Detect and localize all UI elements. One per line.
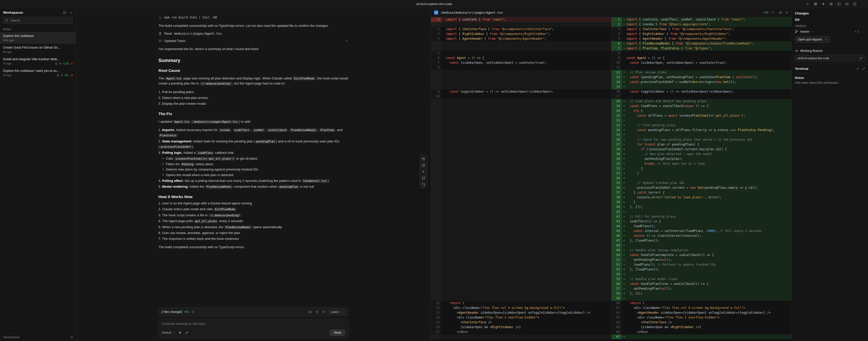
list-item: 1. Poll for pending plans: [158, 89, 348, 95]
workspace-item[interactable]: Explore the codebase35m ago: [0, 32, 76, 44]
stats-bar-icons: Latest: [308, 309, 345, 314]
search-input[interactable]: Search...: [3, 17, 73, 24]
panel-bottom-icon[interactable]: [845, 2, 849, 6]
diff-line: 47+ }, [loadPlans]);: [611, 238, 792, 243]
workspace-title: Install and integrate Vibe Kanban Web...: [3, 57, 73, 61]
command-run-row[interactable]: npm run build 2>&1 | tail -80: [158, 16, 348, 19]
message-input[interactable]: Continue working on this task... Default…: [158, 319, 348, 338]
diff-line: 39+ }: [611, 200, 792, 205]
diff-line: 33+ }: [611, 171, 792, 176]
more-options-icon[interactable]: [861, 30, 865, 33]
refresh-icon[interactable]: [322, 310, 325, 314]
list-item: 7. The response is written back and the …: [158, 236, 348, 241]
workspace-item[interactable]: Create Good First Issues on Github So...…: [0, 44, 76, 55]
play-icon[interactable]: [421, 169, 426, 174]
inline-code: pendingPlan: [255, 140, 276, 144]
list-item: 3. Display the plan review modal: [158, 101, 348, 106]
camera-icon[interactable]: [829, 2, 833, 6]
split-view-icon[interactable]: [421, 163, 426, 168]
chevron-down-icon: [340, 311, 343, 313]
panel-left-icon[interactable]: [837, 2, 841, 6]
mode-dropdown[interactable]: Default: [162, 331, 175, 334]
open-pull-request-button[interactable]: Open pull request: [795, 36, 830, 43]
diff-line: 11: [611, 65, 792, 70]
attachment-icon[interactable]: [178, 331, 182, 334]
workspace-title: Create Good First Issues on Github So...: [3, 46, 73, 49]
git-compare-icon[interactable]: [421, 182, 426, 187]
notes-placeholder[interactable]: Add notes about this workspace...: [795, 81, 865, 85]
git-branch-icon: [795, 30, 798, 33]
branch-selector[interactable]: master 1: [795, 30, 865, 33]
diff-body[interactable]: 1-import { useState } from "react";2impo…: [431, 17, 792, 341]
diff-line: 27+ for (const plan of pendingPlans) {: [611, 142, 792, 147]
chevron-down-icon[interactable]: [345, 39, 348, 43]
diff-line: 59+: [611, 296, 792, 301]
diff-line: 41+: [611, 210, 792, 214]
files-changed-bar[interactable]: 2 files changed +61 -3 Latest: [158, 307, 348, 316]
send-button[interactable]: Send: [330, 330, 345, 336]
eye-icon[interactable]: [779, 11, 782, 14]
diff-line: 5import { AgentHeader } from "@/componen…: [611, 36, 792, 41]
diff-line: [431, 80, 611, 85]
diff-line: [431, 132, 611, 137]
workspace-item[interactable]: Explore the codebase I want you to ex...…: [0, 67, 76, 79]
plus-icon[interactable]: [856, 67, 859, 70]
diff-line: 17: [611, 94, 792, 99]
list-icon[interactable]: [315, 310, 319, 314]
diff-line: [431, 224, 611, 229]
diff-line: 51+ setPendingPlan(null);: [611, 257, 792, 262]
workspace-time: 6h ago: [3, 50, 12, 53]
changes-section-header[interactable]: Changes: [795, 10, 865, 17]
chevron-down-icon: [173, 331, 175, 334]
view-archive-link[interactable]: View Archive: [3, 336, 20, 339]
bullet-item: •Detects new plans by comparing against …: [162, 167, 348, 172]
diff-line: 56+ const handlePlanClose = useCallback(…: [611, 282, 792, 286]
eye-icon[interactable]: [308, 310, 312, 314]
edit-icon[interactable]: [185, 331, 189, 334]
tool-call-row[interactable]: Updated Todos: [158, 39, 348, 43]
expand-icon[interactable]: [862, 67, 865, 70]
terminal-section-header[interactable]: Terminal: [795, 67, 865, 70]
pencil-icon[interactable]: [859, 57, 862, 60]
list-item: 5. Modal rendering: Added the PlanReview…: [158, 184, 348, 189]
kebab-icon[interactable]: [861, 2, 864, 6]
chat-scroll-area[interactable]: npm run build 2>&1 | tail -80The build c…: [76, 8, 431, 306]
ordered-list: 1. User is on the Agent page with a Dock…: [158, 200, 348, 242]
diff-line: 26+ // Check for new pending plans that …: [611, 137, 792, 142]
git-section-header[interactable]: Git: [795, 17, 865, 23]
latest-dropdown[interactable]: Latest: [328, 309, 345, 314]
close-icon[interactable]: [785, 11, 788, 14]
working-branch-field[interactable]: vk/3ccf-explore-the-code: [795, 55, 865, 61]
diff-line: [431, 286, 611, 291]
diff-line: 12 <div className="flex flex-col h-scree…: [431, 306, 611, 310]
diff-new-column: 1+import { useState, useEffect, useRef, …: [611, 17, 792, 341]
inline-code: previousPlanIdsRef: [159, 145, 192, 149]
record-icon[interactable]: [822, 2, 825, 6]
arrow-up-icon: [854, 30, 857, 33]
copy-icon[interactable]: [421, 157, 426, 161]
diff-line: 46+ return () => clearInterval(interval)…: [611, 234, 792, 238]
diff-line: [431, 171, 611, 176]
chat-paragraph: I updated Agent.tsx (medusa/src/pages/Ag…: [158, 119, 348, 124]
diff-line: 16 const toggleSidebar = () => setSideba…: [611, 89, 792, 94]
panel-right-icon[interactable]: [853, 2, 857, 6]
workspace-item[interactable]: Install and integrate Vibe Kanban Web...…: [0, 55, 76, 67]
diff-line: 55+ // Handle plan modal close: [611, 277, 792, 282]
diff-line: 50+ const handlePlanComplete = useCallba…: [611, 253, 792, 257]
deletions-count: -3: [191, 310, 194, 314]
diff-line: 14 <div className="flex flex-1 overflow-…: [431, 315, 611, 320]
diff-line: 13 <AgentHeader sidebarOpen={sidebarOpen…: [431, 310, 611, 315]
diff-line: [431, 185, 611, 190]
tool-call-row[interactable]: Read medusa/src/pages/Agent.tsx: [158, 32, 348, 35]
plus-icon[interactable]: [69, 11, 73, 14]
diff-line: [431, 195, 611, 200]
sidebar-header-icons: [63, 11, 73, 14]
grid-icon[interactable]: [814, 2, 817, 6]
monitor-icon[interactable]: [421, 176, 426, 180]
panel-left-icon[interactable]: [63, 11, 67, 14]
pause-icon[interactable]: [806, 2, 810, 6]
diff-line: 15 <ChatInterface />: [431, 320, 611, 325]
notes-section-header[interactable]: Notes: [795, 76, 865, 80]
diff-line: 5: [431, 51, 611, 56]
inline-code: PlanStatus: [158, 133, 178, 137]
